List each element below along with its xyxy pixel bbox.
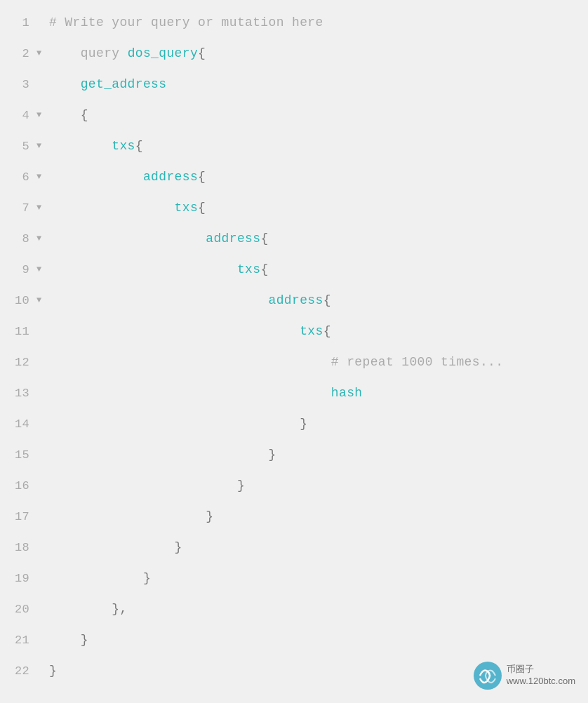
code-line: 4▼ { bbox=[0, 100, 588, 130]
code-line: 11 txs{ bbox=[0, 316, 588, 347]
line-content: address{ bbox=[49, 293, 588, 307]
line-number: 14 bbox=[0, 417, 36, 431]
line-content: address{ bbox=[49, 170, 588, 184]
code-line: 16 } bbox=[0, 470, 588, 501]
line-number: 11 bbox=[0, 325, 36, 338]
line-number: 7 bbox=[0, 201, 36, 215]
code-line: 7▼ txs{ bbox=[0, 192, 588, 223]
punctuation-segment: { bbox=[198, 46, 206, 60]
line-content: } bbox=[49, 448, 588, 462]
line-content: } bbox=[49, 633, 588, 647]
identifier-segment: get_address bbox=[49, 77, 166, 91]
line-number: 4 bbox=[0, 109, 36, 122]
line-content: } bbox=[49, 540, 588, 554]
line-number: 8 bbox=[0, 232, 36, 246]
line-number: 16 bbox=[0, 479, 36, 493]
line-content: txs{ bbox=[49, 139, 588, 153]
watermark-text-block: 币圈子 www.120btc.com bbox=[507, 664, 575, 688]
line-content: hash bbox=[49, 386, 588, 400]
code-line: 10▼ address{ bbox=[0, 285, 588, 316]
punctuation-segment: { bbox=[323, 324, 331, 338]
code-editor: 1# Write your query or mutation here2▼ q… bbox=[0, 0, 588, 703]
line-number: 22 bbox=[0, 664, 36, 678]
line-content: txs{ bbox=[49, 262, 588, 276]
punctuation-segment: { bbox=[198, 201, 206, 215]
code-line: 6▼ address{ bbox=[0, 161, 588, 192]
line-content: } bbox=[49, 571, 588, 585]
line-content: txs{ bbox=[49, 201, 588, 215]
line-number: 18 bbox=[0, 541, 36, 554]
line-number: 15 bbox=[0, 448, 36, 462]
watermark-logo bbox=[473, 661, 502, 690]
line-content: } bbox=[49, 509, 588, 523]
code-line: 8▼ address{ bbox=[0, 223, 588, 254]
punctuation-segment: { bbox=[260, 232, 268, 246]
punctuation-segment: } bbox=[49, 664, 57, 678]
punctuation-segment: } bbox=[49, 478, 245, 493]
punctuation-segment: } bbox=[49, 417, 307, 431]
collapse-arrow-icon[interactable]: ▼ bbox=[36, 172, 48, 182]
code-line: 14 } bbox=[0, 408, 588, 439]
line-number: 9 bbox=[0, 263, 36, 276]
code-lines: 1# Write your query or mutation here2▼ q… bbox=[0, 0, 588, 693]
line-content: }, bbox=[49, 602, 588, 616]
collapse-arrow-icon[interactable]: ▼ bbox=[36, 234, 48, 243]
code-line: 1# Write your query or mutation here bbox=[0, 7, 588, 38]
code-line: 13 hash bbox=[0, 377, 588, 408]
collapse-arrow-icon[interactable]: ▼ bbox=[36, 110, 48, 120]
punctuation-segment: { bbox=[260, 262, 268, 276]
code-line: 21 } bbox=[0, 624, 588, 655]
collapse-arrow-icon[interactable]: ▼ bbox=[36, 295, 48, 305]
line-number: 17 bbox=[0, 510, 36, 523]
identifier-segment: address bbox=[49, 170, 198, 184]
code-line: 18 } bbox=[0, 532, 588, 563]
line-number: 21 bbox=[0, 634, 36, 647]
line-content: } bbox=[49, 417, 588, 431]
keyword-segment: query bbox=[49, 46, 128, 60]
punctuation-segment: { bbox=[323, 293, 331, 307]
line-content: address{ bbox=[49, 232, 588, 246]
identifier-segment: dos_query bbox=[128, 46, 198, 60]
comment-segment: # Write your query or mutation here bbox=[49, 15, 323, 29]
line-content: } bbox=[49, 478, 588, 493]
comment-segment: # repeat 1000 times... bbox=[49, 355, 503, 369]
code-line: 3 get_address bbox=[0, 69, 588, 100]
code-line: 12 # repeat 1000 times... bbox=[0, 347, 588, 377]
line-number: 12 bbox=[0, 356, 36, 369]
line-content: txs{ bbox=[49, 324, 588, 338]
code-line: 9▼ txs{ bbox=[0, 254, 588, 285]
punctuation-segment: } bbox=[49, 509, 213, 523]
identifier-segment: hash bbox=[49, 386, 362, 400]
punctuation-segment: } bbox=[49, 633, 88, 647]
code-line: 2▼ query dos_query{ bbox=[0, 38, 588, 69]
line-number: 10 bbox=[0, 294, 36, 307]
line-content: query dos_query{ bbox=[49, 46, 588, 60]
identifier-segment: address bbox=[49, 293, 323, 307]
identifier-segment: txs bbox=[49, 139, 135, 153]
svg-point-0 bbox=[474, 662, 502, 690]
collapse-arrow-icon[interactable]: ▼ bbox=[36, 203, 48, 213]
line-content: # repeat 1000 times... bbox=[49, 355, 588, 369]
punctuation-segment: } bbox=[49, 540, 182, 554]
code-line: 15 } bbox=[0, 439, 588, 470]
line-number: 1 bbox=[0, 16, 36, 29]
code-line: 20 }, bbox=[0, 594, 588, 624]
punctuation-segment: { bbox=[135, 139, 143, 153]
punctuation-segment: }, bbox=[49, 602, 128, 616]
line-number: 20 bbox=[0, 603, 36, 616]
collapse-arrow-icon[interactable]: ▼ bbox=[36, 141, 48, 151]
watermark: 币圈子 www.120btc.com bbox=[473, 661, 575, 690]
line-number: 5 bbox=[0, 140, 36, 153]
line-number: 2 bbox=[0, 47, 36, 60]
punctuation-segment: } bbox=[49, 571, 151, 585]
line-number: 19 bbox=[0, 572, 36, 585]
identifier-segment: txs bbox=[49, 324, 323, 338]
collapse-arrow-icon[interactable]: ▼ bbox=[36, 48, 48, 58]
collapse-arrow-icon[interactable]: ▼ bbox=[36, 265, 48, 274]
code-line: 17 } bbox=[0, 501, 588, 532]
code-line: 19 } bbox=[0, 563, 588, 594]
punctuation-segment: } bbox=[49, 448, 276, 462]
code-line: 5▼ txs{ bbox=[0, 130, 588, 161]
punctuation-segment: { bbox=[198, 170, 206, 184]
line-content: get_address bbox=[49, 77, 588, 91]
